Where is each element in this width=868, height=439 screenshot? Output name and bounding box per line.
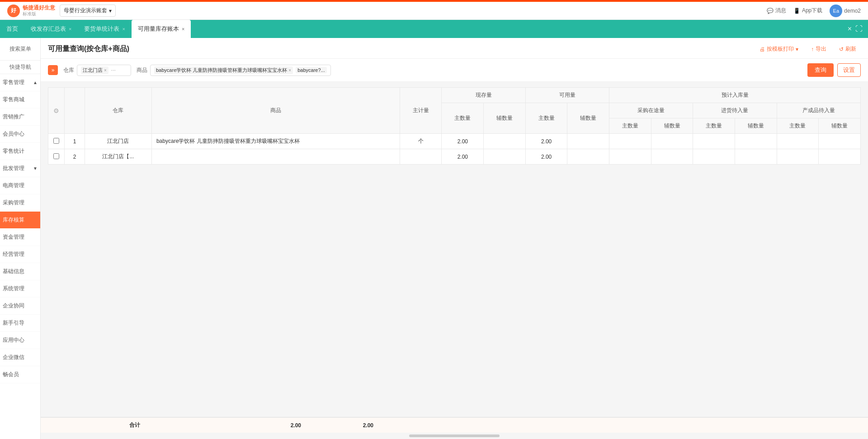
sidebar-item-purchase[interactable]: 采购管理 — [0, 194, 40, 212]
page-actions: 🖨 按模板打印 ▾ ↑ 导出 ↺ 刷新 — [755, 43, 861, 55]
table-footer: 合计 2.00 2.00 — [41, 417, 868, 433]
sidebar-item-system[interactable]: 系统管理 — [0, 280, 40, 297]
row-num-cell: 1 — [65, 134, 85, 149]
tab-collection-summary[interactable]: 收发存汇总表 × — [24, 20, 78, 38]
settings-icon: ⚙ — [53, 107, 59, 114]
product-tag-1-value: babycare学饮杯 儿童防摔防撞吸管杯重力球吸嘴杯宝宝水杯 — [156, 67, 287, 74]
app-download-action[interactable]: 📱 App下载 — [793, 7, 822, 14]
product-tag-1[interactable]: babycare学饮杯 儿童防摔防撞吸管杯重力球吸嘴杯宝宝水杯 × — [154, 66, 293, 74]
footer-stock-main: 2.00 — [265, 422, 301, 429]
sidebar-item-retail-stats-label: 零售统计 — [3, 147, 24, 155]
sidebar-item-wechat[interactable]: 企业微信 — [0, 349, 40, 366]
sidebar-item-retail-stats[interactable]: 零售统计 — [0, 143, 40, 160]
logo-area: 好 畅捷通好生意 标准版 — [7, 5, 55, 17]
sidebar-item-collab-label: 企业协同 — [3, 302, 24, 310]
row-checkbox-input[interactable] — [53, 138, 59, 144]
warehouse-filter-label: 仓库 — [63, 66, 74, 74]
message-action[interactable]: 💬 消息 — [767, 7, 786, 14]
tab-collection-summary-label: 收发存汇总表 — [31, 25, 66, 33]
stock-aux-qty-header: 辅数量 — [484, 103, 526, 134]
main-unit-cell: 个 — [400, 134, 442, 149]
warehouse-cell: 江北门店【... — [85, 149, 152, 165]
sidebar-item-retail-mgmt[interactable]: 零售管理 ▲ — [0, 74, 40, 91]
avail-aux-cell — [567, 149, 609, 165]
export-button[interactable]: ↑ 导出 — [807, 43, 831, 55]
sidebar-item-inventory-label: 库存核算 — [3, 216, 24, 224]
export-label: 导出 — [816, 45, 826, 53]
main-unit-cell — [400, 149, 442, 165]
row-checkbox — [48, 149, 65, 165]
sidebar-item-ecommerce[interactable]: 电商管理 — [0, 177, 40, 194]
query-button[interactable]: 查询 — [807, 63, 834, 77]
purchase-aux-header: 辅数量 — [651, 118, 693, 134]
tab-order-stats[interactable]: 要货单统计表 × — [78, 20, 131, 38]
product-filter-label: 商品 — [137, 66, 147, 74]
tab-collection-summary-close[interactable]: × — [69, 26, 71, 32]
sidebar-item-member[interactable]: 会员中心 — [0, 126, 40, 143]
warehouse-tag-close-icon[interactable]: × — [104, 68, 107, 73]
sidebar-item-inventory[interactable]: 库存核算 — [0, 212, 40, 229]
warehouse-filter-input[interactable]: 江北门店 × ··· — [77, 65, 131, 76]
print-button[interactable]: 🖨 按模板打印 ▾ — [755, 43, 803, 55]
sidebar-item-member2-label: 畅会员 — [3, 371, 19, 378]
product-filter-input[interactable]: babycare学饮杯 儿童防摔防撞吸管杯重力球吸嘴杯宝宝水杯 × babyca… — [150, 65, 331, 76]
sidebar-item-basic-info[interactable]: 基础信息 — [0, 263, 40, 280]
sidebar-item-member2[interactable]: 畅会员 — [0, 366, 40, 383]
sidebar-item-member-label: 会员中心 — [3, 130, 24, 138]
product-filter: 商品 babycare学饮杯 儿童防摔防撞吸管杯重力球吸嘴杯宝宝水杯 × bab… — [137, 65, 331, 76]
sidebar-item-retail-mall[interactable]: 零售商城 — [0, 91, 40, 109]
footer-label: 合计 — [48, 421, 265, 429]
print-label: 按模板打印 — [767, 45, 794, 53]
sidebar-item-basic-info-label: 基础信息 — [3, 268, 24, 275]
incoming-main-cell — [693, 134, 735, 149]
planned-inbound-header: 预计入库量 — [609, 88, 861, 103]
chevron-down-icon: ▾ — [109, 8, 112, 14]
filter-actions: 查询 设置 — [807, 63, 861, 77]
setting-button[interactable]: 设置 — [837, 63, 861, 77]
product-tag-2[interactable]: babycare?... — [296, 67, 327, 73]
top-bar-left: 好 畅捷通好生意 标准版 母婴行业演示账套 ▾ — [7, 5, 116, 17]
sidebar-item-system-label: 系统管理 — [3, 285, 24, 293]
sidebar-item-retail-mall-label: 零售商城 — [3, 96, 24, 104]
production-aux-cell — [819, 134, 861, 149]
incoming-aux-cell — [735, 149, 777, 165]
tab-order-stats-close[interactable]: × — [122, 26, 125, 32]
production-main-header: 主数量 — [777, 118, 819, 134]
sidebar-item-wholesale[interactable]: 批发管理 ▼ — [0, 160, 40, 177]
incoming-main-cell — [693, 149, 735, 165]
refresh-button[interactable]: ↺ 刷新 — [835, 43, 861, 55]
product-tag-1-close-icon[interactable]: × — [288, 68, 291, 73]
warehouse-tag-value: 江北门店 — [83, 67, 103, 74]
sidebar-item-guide[interactable]: 新手引导 — [0, 315, 40, 332]
production-main-cell — [777, 134, 819, 149]
sidebar-item-app-center[interactable]: 应用中心 — [0, 332, 40, 349]
sidebar-item-finance-label: 资金管理 — [3, 233, 24, 241]
sidebar-item-operations[interactable]: 经营管理 — [0, 246, 40, 263]
sidebar-item-marketing[interactable]: 营销推广 — [0, 109, 40, 126]
sidebar-item-collab[interactable]: 企业协同 — [0, 297, 40, 315]
maximize-button[interactable]: ⛶ — [855, 25, 863, 33]
sidebar: 搜索菜单 快捷导航 零售管理 ▲ 零售商城 营销推广 会员中心 零售统计 批发管… — [0, 38, 41, 439]
tab-order-stats-label: 要货单统计表 — [84, 25, 119, 33]
sidebar-search-area: 搜索菜单 — [0, 38, 40, 61]
sidebar-item-wholesale-label: 批发管理 — [3, 165, 24, 172]
tab-available-inventory-close[interactable]: × — [182, 26, 184, 32]
stock-main-cell: 2.00 — [442, 134, 484, 149]
avatar: Ea — [830, 5, 842, 17]
quick-nav-button[interactable]: 快捷导航 — [0, 61, 40, 74]
tab-home[interactable]: 首页 — [0, 20, 24, 38]
warehouse-tag[interactable]: 江北门店 × — [81, 66, 108, 74]
settings-column-header[interactable]: ⚙ — [48, 88, 65, 134]
close-all-tabs-button[interactable]: × — [848, 25, 852, 33]
industry-selector[interactable]: 母婴行业演示账套 ▾ — [60, 5, 116, 17]
filter-expand-button[interactable]: » — [48, 65, 58, 75]
search-menu-button[interactable]: 搜索菜单 — [4, 42, 37, 56]
tab-available-inventory[interactable]: 可用量库存账本 × — [132, 20, 191, 38]
username-label: demo2 — [844, 8, 861, 14]
top-bar: 好 畅捷通好生意 标准版 母婴行业演示账套 ▾ 💬 消息 📱 App下载 Ea … — [0, 2, 868, 20]
table-row: 1江北门店babycare学饮杯 儿童防摔防撞吸管杯重力球吸嘴杯宝宝水杯个2.0… — [48, 134, 861, 149]
row-checkbox-input[interactable] — [53, 153, 59, 159]
incoming-main-header: 主数量 — [693, 118, 735, 134]
user-menu[interactable]: Ea demo2 — [830, 5, 861, 17]
sidebar-item-finance[interactable]: 资金管理 — [0, 229, 40, 246]
